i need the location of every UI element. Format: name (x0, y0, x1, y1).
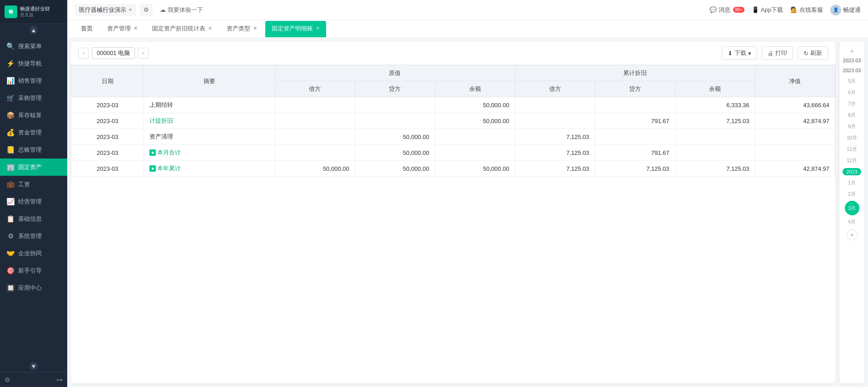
table-row: 2023-03 资产清理 50,000.00 7,125.03 (71, 129, 835, 145)
finance-icon: 💰 (6, 129, 15, 137)
sidebar-item-salary[interactable]: 💼 工资 (0, 176, 67, 193)
sidebar-item-operations[interactable]: 📈 经营管理 (0, 193, 67, 210)
sidebar-label-guide: 新手引导 (18, 267, 42, 275)
message-button[interactable]: 💬 消息 99+ (709, 6, 744, 14)
yearly-summary-badge: ■ 本年累计 (149, 164, 181, 173)
print-button[interactable]: 🖨 打印 (762, 46, 793, 60)
cell-accum-debit: 7,125.03 (515, 129, 595, 145)
next-arrow-icon: › (142, 50, 144, 56)
sidebar-item-finance[interactable]: 💰 资金管理 (0, 124, 67, 141)
cell-orig-credit: 50,000.00 (355, 161, 435, 177)
cell-orig-debit (275, 97, 355, 113)
inventory-icon: 📦 (6, 111, 15, 119)
timeline-month-2[interactable]: 2月 (839, 189, 864, 200)
experience-button[interactable]: ☁ 我要体验一下 (160, 6, 203, 14)
timeline-top-entry[interactable]: 2023.03 (839, 65, 864, 75)
sidebar-item-system[interactable]: ⚙ 系统管理 (0, 228, 67, 245)
download-button[interactable]: ⬇ 下载 ▾ (722, 46, 757, 60)
sidebar-item-guide[interactable]: 🎯 新手引导 (0, 262, 67, 279)
prev-asset-button[interactable]: ‹ (78, 48, 89, 59)
sidebar-label-search: 搜索菜单 (18, 42, 42, 50)
app-download-button[interactable]: 📱 App下载 (752, 6, 783, 14)
sidebar-item-quick-nav[interactable]: ⚡ 快捷导航 (0, 55, 67, 72)
cell-orig-debit (275, 113, 355, 129)
sidebar-item-sales[interactable]: 📊 销售管理 (0, 72, 67, 89)
tab-asset-mgmt-label: 资产管理 (107, 25, 131, 33)
cell-orig-credit (355, 97, 435, 113)
timeline-month-1[interactable]: 1月 (839, 177, 864, 189)
badge-dot: ■ (149, 149, 156, 156)
sidebar-item-ledger[interactable]: 📒 总账管理 (0, 141, 67, 159)
timeline-top-year[interactable]: 2023.03 (839, 55, 864, 65)
online-service-button[interactable]: 💁 在线客服 (790, 6, 823, 14)
toolbar-right: ⬇ 下载 ▾ 🖨 打印 ↻ 刷新 (722, 46, 828, 60)
tab-asset-detail[interactable]: 固定资产明细账 ✕ (265, 21, 326, 37)
message-badge: 99+ (733, 7, 744, 13)
timeline-month-9[interactable]: 9月 (839, 121, 864, 132)
message-icon: 💬 (709, 6, 717, 13)
sidebar-bottom: ⚙ ⊶ (0, 372, 67, 387)
sidebar-item-fixed-assets[interactable]: 🏢 固定资产 (0, 159, 67, 176)
badge-dot-yearly: ■ (149, 165, 156, 172)
close-asset-type-icon[interactable]: ✕ (253, 25, 257, 31)
sidebar-item-search[interactable]: 🔍 搜索菜单 (0, 38, 67, 55)
cell-date: 2023-03 (71, 113, 144, 129)
cell-summary-monthly: ■ 本月合计 (144, 145, 275, 161)
sidebar-item-basic-info[interactable]: 📋 基础信息 (0, 210, 67, 228)
logo-name: 畅捷通好业财 (20, 5, 50, 12)
close-asset-mgmt-icon[interactable]: ✕ (134, 25, 138, 31)
timeline-active-month[interactable]: 3月 (845, 201, 859, 215)
main-panel: ‹ 000001 电脑 › ⬇ 下载 ▾ 🖨 打印 (71, 42, 835, 383)
timeline-month-10[interactable]: 10月 (839, 132, 864, 144)
timeline-month-11[interactable]: 11月 (839, 144, 864, 155)
col-header-net-value: 净值 (755, 65, 835, 97)
tab-asset-mgmt[interactable]: 资产管理 ✕ (101, 21, 144, 37)
cell-net-value (755, 129, 835, 145)
collapse-icon[interactable]: ⊶ (56, 376, 63, 383)
system-icon: ⚙ (6, 232, 15, 240)
timeline-month-12[interactable]: 12月 (839, 155, 864, 166)
sidebar-scroll-up[interactable]: ▲ (30, 26, 38, 34)
timeline-month-7[interactable]: 7月 (839, 98, 864, 109)
settings-button[interactable]: ⚙ (140, 4, 153, 16)
cell-accum-debit: 7,125.03 (515, 161, 595, 177)
settings-bottom-icon[interactable]: ⚙ (5, 376, 10, 383)
refresh-icon: ↻ (804, 50, 808, 57)
timeline-expand-btn[interactable]: ▾ (847, 229, 858, 240)
sidebar-item-app-center[interactable]: 🔲 应用中心 (0, 279, 67, 297)
sidebar-item-corp-collab[interactable]: 🤝 企业协同 (0, 245, 67, 262)
sidebar-item-inventory[interactable]: 📦 库存核算 (0, 107, 67, 124)
col-header-summary: 摘要 (144, 65, 275, 97)
app-download-label: App下载 (761, 6, 783, 14)
cell-accum-balance: 7,125.03 (675, 161, 755, 177)
tab-asset-type[interactable]: 资产类型 ✕ (220, 21, 263, 37)
user-name: 畅捷通 (843, 6, 861, 14)
col-header-original-value: 原值 (275, 65, 515, 81)
cell-summary-yearly: ■ 本年累计 (144, 161, 275, 177)
sidebar-scroll-down[interactable]: ▼ (30, 362, 38, 370)
tab-home[interactable]: 首页 (74, 21, 99, 37)
timeline-year-badge[interactable]: 2023 (843, 168, 861, 175)
sidebar-item-purchase[interactable]: 🛒 采购管理 (0, 89, 67, 107)
refresh-button[interactable]: ↻ 刷新 (798, 46, 828, 60)
corp-collab-icon: 🤝 (6, 249, 15, 258)
user-avatar-area[interactable]: 👤 畅捷通 (830, 5, 861, 15)
cell-orig-debit: 50,000.00 (275, 161, 355, 177)
content-area: ‹ 000001 电脑 › ⬇ 下载 ▾ 🖨 打印 (67, 38, 868, 387)
timeline-month-5[interactable]: 5月 (839, 75, 864, 87)
sidebar-nav: 🔍 搜索菜单 ⚡ 快捷导航 📊 销售管理 🛒 采购管理 📦 库存核算 💰 资金管… (0, 36, 67, 360)
next-asset-button[interactable]: › (138, 48, 149, 59)
timeline-up-arrow[interactable]: ▲ (848, 45, 857, 55)
close-depreciation-icon[interactable]: ✕ (208, 25, 212, 31)
tab-depreciation-stats[interactable]: 固定资产折旧统计表 ✕ (146, 21, 218, 37)
company-selector[interactable]: 医疗器械行业演示 ▾ (74, 4, 136, 16)
col-header-accum-balance: 余额 (675, 81, 755, 97)
download-icon: 📱 (752, 6, 759, 13)
timeline-month-8[interactable]: 8月 (839, 109, 864, 121)
sidebar: 畅 畅捷通好业财 普及版 ▲ 🔍 搜索菜单 ⚡ 快捷导航 📊 销售管理 🛒 采购… (0, 0, 67, 387)
timeline-month-6[interactable]: 6月 (839, 87, 864, 98)
close-asset-detail-icon[interactable]: ✕ (316, 25, 320, 31)
chevron-down-icon: ▾ (129, 7, 132, 13)
timeline-month-4[interactable]: 4月 (839, 216, 864, 228)
cell-orig-credit: 50,000.00 (355, 145, 435, 161)
